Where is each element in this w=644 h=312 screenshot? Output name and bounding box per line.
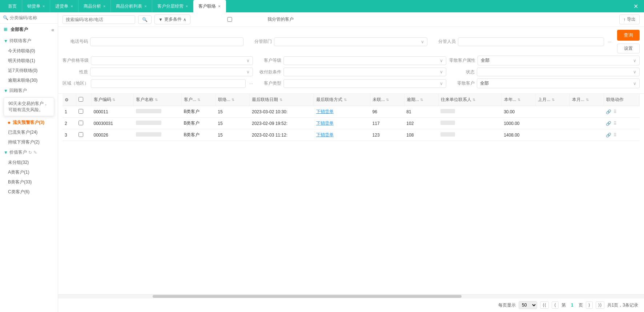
sidebar-item-c-class[interactable]: C类客户(6) (0, 187, 58, 197)
cell-checkbox[interactable] (76, 129, 92, 141)
cell-last-type[interactable]: 下销货单 (314, 129, 370, 141)
last-page-btn[interactable]: ⟩⟩ (596, 301, 604, 309)
sidebar-item-a-class[interactable]: A类客户(1) (0, 167, 58, 177)
row-checkbox[interactable] (79, 109, 83, 114)
cell-checkbox[interactable] (76, 118, 92, 129)
col-name[interactable]: 客户名称 ⇅ (134, 94, 182, 106)
retail-attr-arrow-icon: ∨ (633, 58, 636, 63)
my-customers-checkbox[interactable] (193, 17, 266, 22)
col-type[interactable]: 客户... ⇅ (181, 94, 216, 106)
tab-sales[interactable]: 销货单 × (22, 0, 50, 12)
sidebar-item-declining[interactable]: 持续下滑客户(2) (0, 137, 58, 147)
table-row: 3 000026 B类客户 15 2023-02-03 11:12: 下销货单 … (63, 129, 640, 141)
sidebar-all-customers[interactable]: ⊞ 全部客户 « (0, 24, 58, 36)
cell-last-type[interactable]: 下销货单 (314, 106, 370, 118)
row-checkbox[interactable] (79, 121, 83, 125)
filter-row-3: 性质 ∨ 收付款条件 ∨ 状态 (63, 68, 640, 76)
my-customers-checkbox-label[interactable]: 我分管的客户 (193, 16, 294, 23)
search-icon-btn[interactable]: 🔍 (138, 15, 152, 24)
tab-close-analysis[interactable]: × (103, 4, 105, 8)
sidebar-item-tomorrow[interactable]: 明天待联络(1) (0, 56, 58, 66)
window-close-button[interactable]: ✕ (631, 3, 641, 10)
select-all-checkbox[interactable] (79, 97, 83, 102)
col-code[interactable]: 客户编码 ⇅ (92, 94, 134, 106)
sidebar-pending-group[interactable]: ▼ 待联络客户 (0, 36, 58, 46)
payment-select[interactable]: ∨ (283, 68, 446, 76)
col-last-date[interactable]: 最后联络日期 ⇅ (250, 94, 314, 106)
tab-customer-link[interactable]: 客户联络 × (193, 0, 226, 12)
export-button[interactable]: ↑ 导出 (619, 15, 640, 24)
sidebar-item-loss-warning[interactable]: 流失预警客户(3) (0, 118, 58, 127)
sidebar-lost-group[interactable]: ▼ 回顾客户 (0, 85, 58, 96)
col-last-month[interactable]: 上月... ⇅ (536, 94, 570, 106)
edit-icon[interactable]: ✎ (33, 150, 37, 155)
sidebar-value-group[interactable]: ▼ 价值客户 ↻ ✎ (0, 147, 58, 158)
tab-home[interactable]: 首页 (3, 0, 22, 12)
col-this-month[interactable]: 本月... ⇅ (570, 94, 604, 106)
action-link-icon[interactable]: 🔗 (606, 121, 611, 126)
more-conditions-btn[interactable]: ▼ 更多条件 ∧ (154, 15, 190, 24)
first-page-btn[interactable]: ⟨⟨ (540, 301, 549, 309)
tab-close-sales[interactable]: × (43, 4, 45, 8)
col-settings[interactable]: ⚙ (63, 94, 76, 106)
action-menu-icon[interactable]: ⠿ (613, 109, 617, 114)
tab-analysis-list[interactable]: 商品分析列表 × (111, 0, 152, 12)
sidebar-search-input[interactable] (10, 15, 55, 20)
action-link-icon[interactable]: 🔗 (606, 109, 611, 114)
prev-page-btn[interactable]: ⟨ (552, 301, 559, 309)
action-menu-icon[interactable]: ⠿ (613, 121, 617, 126)
action-menu-icon[interactable]: ⠿ (613, 133, 617, 138)
settings-button[interactable]: 设置 (617, 44, 640, 53)
col-this-year[interactable]: 本年... ⇅ (502, 94, 536, 106)
nature-select[interactable]: ∨ (90, 68, 253, 76)
horizontal-scrollbar[interactable] (58, 294, 644, 298)
search-input[interactable] (63, 15, 135, 24)
sidebar-item-7days[interactable]: 近7天待联络(0) (0, 66, 58, 76)
dept-select[interactable]: ∨ (274, 37, 427, 46)
collapse-icon[interactable]: « (51, 27, 54, 33)
customer-level-select[interactable]: ∨ (283, 56, 446, 65)
person-more-icon[interactable]: ··· (608, 39, 611, 44)
customer-type-select[interactable]: ∨ (283, 79, 446, 88)
dept-arrow-icon: ∨ (421, 39, 424, 44)
customer-type-arrow-icon: ∨ (440, 81, 443, 86)
sidebar-item-today[interactable]: 今天待联络(0) (0, 46, 58, 56)
cell-unit (438, 106, 502, 118)
query-button[interactable]: 查询 (617, 30, 640, 41)
tab-close-customer-tier[interactable]: × (186, 4, 188, 8)
region-more-icon[interactable]: ··· (249, 81, 253, 86)
region-input[interactable] (91, 79, 246, 88)
per-page-select[interactable]: 50 100 200 (519, 301, 537, 309)
next-page-btn[interactable]: ⟩ (586, 301, 593, 309)
status-select[interactable]: ∨ (477, 68, 640, 76)
scrollbar-thumb[interactable] (153, 295, 462, 298)
total-records: 共1页，3条记录 (607, 302, 638, 308)
retail-select[interactable]: 全部 ∨ (477, 78, 640, 88)
cell-this-year: 1408.00 (502, 129, 536, 141)
cell-checkbox[interactable] (76, 106, 92, 118)
sidebar-item-overdue[interactable]: 逾期未联络(30) (0, 76, 58, 85)
retail-attr-select[interactable]: 全部 ∨ (478, 56, 640, 65)
tab-close-purchase[interactable]: × (71, 4, 73, 8)
cell-last-type[interactable]: 下销货单 (314, 118, 370, 129)
col-not-contact[interactable]: 未联... ⇅ (370, 94, 404, 106)
cell-code: 000011 (92, 106, 134, 118)
col-contact[interactable]: 联络... ⇅ (216, 94, 250, 106)
tab-close-customer-link[interactable]: × (218, 4, 220, 8)
sidebar-item-ungroup[interactable]: 未分组(32) (0, 158, 58, 167)
person-input[interactable] (458, 37, 604, 46)
col-last-type[interactable]: 最后联络方式 ⇅ (314, 94, 370, 106)
col-unit[interactable]: 往来单位联系人 ⇅ (438, 94, 502, 106)
tab-close-analysis-list[interactable]: × (144, 4, 146, 8)
tab-analysis[interactable]: 商品分析 × (79, 0, 111, 12)
refresh-icon[interactable]: ↻ (28, 150, 32, 155)
col-overdue[interactable]: 逾期... ⇅ (404, 94, 438, 106)
customer-tier-select[interactable]: ∨ (91, 56, 253, 65)
phone-input[interactable] (90, 37, 243, 46)
tab-customer-tier[interactable]: 客户分层经营 × (152, 0, 193, 12)
sidebar-item-b-class[interactable]: B类客户(33) (0, 177, 58, 187)
sidebar-item-lost[interactable]: 已流失客户(24) (0, 127, 58, 137)
tab-purchase[interactable]: 进货单 × (50, 0, 78, 12)
action-link-icon[interactable]: 🔗 (606, 133, 611, 138)
row-checkbox[interactable] (79, 132, 83, 137)
